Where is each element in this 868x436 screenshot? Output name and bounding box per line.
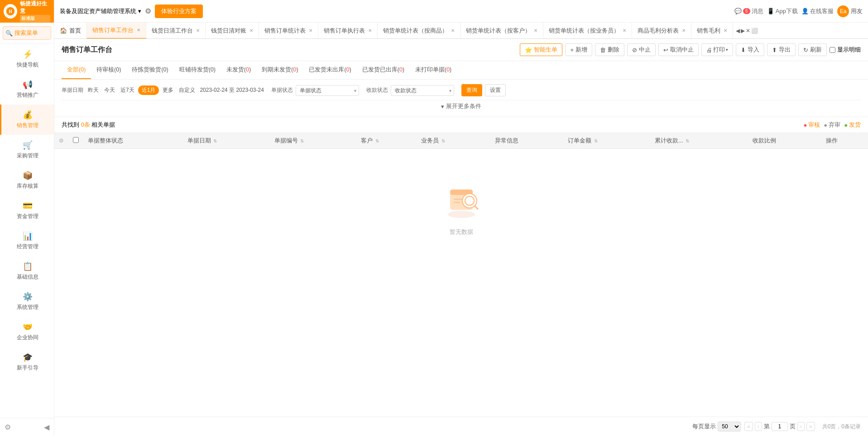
smart-gen-btn[interactable]: ⭐ 智能生单: [520, 43, 562, 56]
tab-home[interactable]: 🏠 首页: [54, 23, 87, 39]
sub-tab-expired-not-shipped[interactable]: 到期未发货(0): [256, 61, 303, 79]
search-menu-btn[interactable]: 🔍 搜索菜单: [3, 26, 51, 40]
review-action-btn[interactable]: ● 审核: [803, 121, 820, 129]
sub-tab-pending-review[interactable]: 待审核(0): [91, 61, 126, 79]
cancel-review-action-btn[interactable]: ● 弃审: [824, 121, 840, 129]
payment-select[interactable]: 收款状态: [391, 85, 454, 96]
tab-close-all-btn[interactable]: ✕: [746, 28, 750, 34]
tab-restore-btn[interactable]: ⬜: [751, 28, 758, 34]
tab-next-btn[interactable]: ▶: [741, 28, 745, 34]
date-7days[interactable]: 近7天: [119, 85, 136, 95]
sidebar-collapse-btn[interactable]: ◀: [44, 423, 49, 431]
expand-btn[interactable]: ▾ 展开更多条件: [441, 102, 481, 110]
print-btn[interactable]: 🖨 打印 ▾: [701, 43, 733, 56]
delete-btn[interactable]: 🗑 删除: [595, 43, 624, 56]
sidebar-item-quick-nav[interactable]: ⚡ 快捷导航: [0, 44, 54, 74]
message-btn[interactable]: 💬 6 消息: [734, 7, 763, 15]
col-customer[interactable]: 客户 ⇅: [356, 133, 417, 149]
stop-btn[interactable]: ⊘ 中止: [627, 43, 656, 56]
tab-close-goods-stat-staff[interactable]: ✕: [623, 28, 626, 33]
settings-gear-icon[interactable]: ⚙: [145, 7, 151, 15]
sidebar-item-purchase[interactable]: 🛒 采购管理: [0, 135, 54, 165]
tab-prev-btn[interactable]: ◀: [736, 28, 740, 34]
sidebar-item-guide[interactable]: 🎓 新手引导: [0, 347, 54, 377]
date-today[interactable]: 今天: [102, 85, 117, 95]
tab-close-cash-daily[interactable]: ✕: [196, 28, 200, 33]
sidebar-item-finance[interactable]: 💳 资金管理: [0, 195, 54, 226]
export-btn[interactable]: ⬆ 导出: [767, 43, 796, 56]
last-page-btn[interactable]: »: [806, 422, 815, 431]
import-btn[interactable]: ⬇ 导入: [736, 43, 764, 56]
sub-tab-all[interactable]: 全部(0): [62, 61, 91, 79]
sidebar-settings-btn[interactable]: ⚙: [5, 423, 11, 431]
sub-tab-shipped-not-out[interactable]: 已发货未出库(0): [303, 61, 356, 79]
tab-close-goods-stat-product[interactable]: ✕: [451, 28, 455, 33]
query-btn[interactable]: 查询: [461, 84, 482, 96]
tab-cash-daily[interactable]: 钱货日清工作台 ✕: [146, 23, 206, 39]
page-input[interactable]: [772, 422, 788, 431]
date-custom[interactable]: 自定义: [177, 85, 197, 95]
tab-goods-margin[interactable]: 商品毛利分析表 ✕: [632, 23, 691, 39]
app-download-btn[interactable]: 📱 App下载: [767, 7, 798, 15]
page-size-select[interactable]: 102050100: [718, 422, 741, 431]
new-btn[interactable]: + 新增: [565, 43, 592, 56]
tab-cash-account[interactable]: 钱货日清对账 ✕: [206, 23, 259, 39]
industry-btn[interactable]: 体验行业方案: [155, 5, 203, 18]
col-number[interactable]: 单据编号 ⇅: [270, 133, 357, 149]
stop-icon: ⊘: [632, 47, 637, 53]
sub-tab-not-shipped[interactable]: 未发货(0): [221, 61, 256, 79]
system-title[interactable]: 装备及固定资产辅助管理系统 ▾: [60, 7, 141, 15]
sidebar-item-enterprise[interactable]: 🤝 企业协同: [0, 317, 54, 347]
user-menu[interactable]: Ea 用友: [837, 5, 863, 17]
sidebar-item-basic-info[interactable]: 📋 基础信息: [0, 256, 54, 286]
tab-close-goods-stat-customer[interactable]: ✕: [534, 28, 537, 33]
table-count[interactable]: 0条: [81, 121, 90, 128]
table-header-row: ⚙ 单据整体状态 单据日期 ⇅ 单据编号 ⇅: [54, 133, 868, 149]
date-1month[interactable]: 近1月: [138, 85, 159, 95]
tab-goods-stat-staff[interactable]: 销货单统计表（按业务员） ✕: [543, 23, 632, 39]
col-amount[interactable]: 订单金额 ⇅: [563, 133, 650, 149]
tab-close-sales-stat[interactable]: ✕: [309, 28, 312, 33]
sidebar-item-system[interactable]: ⚙️ 系统管理: [0, 286, 54, 317]
tab-close-goods-margin[interactable]: ✕: [682, 28, 686, 33]
date-more[interactable]: 更多: [161, 85, 175, 95]
table-total: 共找到 0条 相关单据: [62, 121, 115, 129]
col-collected[interactable]: 累计收款... ⇅: [650, 133, 748, 149]
online-service-btn[interactable]: 👤 在线客服: [801, 7, 834, 15]
tab-close-sales-exec[interactable]: ✕: [368, 28, 372, 33]
first-page-btn[interactable]: «: [744, 422, 753, 431]
col-staff[interactable]: 业务员 ⇅: [417, 133, 490, 149]
tab-sales-exec[interactable]: 销售订单执行表 ✕: [318, 23, 378, 39]
col-date[interactable]: 单据日期 ⇅: [183, 133, 270, 149]
sub-tab-not-printed[interactable]: 未打印单据(0): [410, 61, 457, 79]
col-settings[interactable]: ⚙: [54, 133, 68, 149]
tab-goods-stat-customer[interactable]: 销货单统计表（按客户） ✕: [460, 23, 543, 39]
tab-sales-stat[interactable]: 销售订单统计表 ✕: [259, 23, 318, 39]
tab-sales-order[interactable]: 销售订单工作台 ✕: [87, 23, 146, 39]
next-page-btn[interactable]: ›: [797, 422, 805, 431]
refresh-btn[interactable]: ↻ 刷新: [798, 43, 827, 56]
inventory-icon: 📦: [23, 171, 33, 180]
status-select[interactable]: 单据状态: [296, 85, 359, 96]
show-detail-checkbox[interactable]: [830, 47, 835, 53]
sidebar-item-operations[interactable]: 📊 经营管理: [0, 226, 54, 256]
sidebar-item-marketing[interactable]: 📢 营销推广: [0, 74, 54, 104]
select-all-checkbox[interactable]: [73, 137, 79, 143]
page-size-label: 每页显示: [692, 422, 716, 431]
tab-close-cash-account[interactable]: ✕: [249, 28, 253, 33]
settings-btn[interactable]: 设置: [485, 84, 506, 96]
date-yesterday[interactable]: 昨天: [86, 85, 101, 95]
tab-sales-gross[interactable]: 销售毛利 ✕: [691, 23, 733, 39]
tab-close-sales-order[interactable]: ✕: [137, 28, 140, 33]
col-checkbox[interactable]: [68, 133, 83, 149]
sub-tab-shipped-out[interactable]: 已发货已出库(0): [357, 61, 410, 79]
ship-action-btn[interactable]: ● 发货: [844, 121, 861, 129]
prev-page-btn[interactable]: ‹: [755, 422, 762, 431]
cancel-stop-btn[interactable]: ↩ 取消中止: [658, 43, 699, 56]
sidebar-item-inventory[interactable]: 📦 库存核算: [0, 165, 54, 195]
sidebar-item-sales[interactable]: 💰 销售管理: [0, 104, 54, 135]
sub-tab-wangpu-pending[interactable]: 旺铺待发货(0): [174, 61, 221, 79]
sub-tab-pending-inspect[interactable]: 待拣货验货(0): [126, 61, 173, 79]
tab-close-sales-gross[interactable]: ✕: [724, 28, 727, 33]
tab-goods-stat-product[interactable]: 销货单统计表（按商品） ✕: [378, 23, 460, 39]
